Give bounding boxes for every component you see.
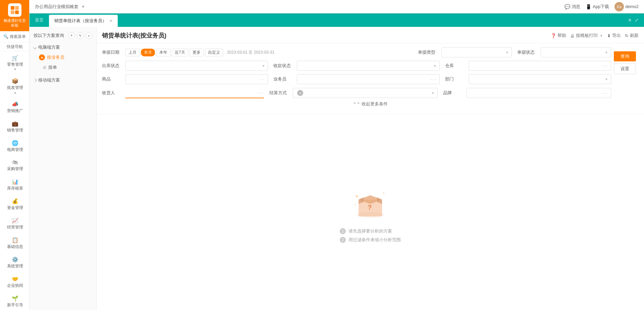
bill-status-select[interactable]: ▼: [541, 47, 611, 57]
warehouse-select[interactable]: ···: [469, 61, 611, 71]
refresh-btn[interactable]: ↻ 刷新: [625, 33, 639, 39]
date-btn-more[interactable]: 更多: [190, 49, 204, 56]
left-scheme-panel: 按以下方案查询 + ✎ « 电脑端方案 ●: [30, 27, 97, 310]
filter-row-4: 收货人 ··· 结算方式 × ▼ 品牌: [102, 88, 611, 98]
inventory-label: 库存核算: [7, 186, 23, 191]
payment-method-select[interactable]: × ▼: [293, 88, 437, 98]
date-buttons: 上月 本月 本年 近7天 更多 自定义: [125, 49, 224, 56]
sidebar-item-marketing[interactable]: 📣 营销推广: [0, 98, 29, 117]
empty-state-illustration: ?: [350, 181, 390, 221]
sidebar-item-ecommerce[interactable]: 🌐 电商管理: [0, 137, 29, 156]
search-menu-item[interactable]: 🔍 搜索菜单: [0, 31, 29, 43]
brand-dots: ···: [602, 90, 608, 96]
user-profile[interactable]: Ea demo2: [614, 2, 639, 11]
print-icon: 🖨: [570, 33, 575, 38]
product-dots: ···: [259, 76, 265, 82]
enterprise-label: 企业协同: [7, 283, 23, 289]
quick-nav-item[interactable]: 快捷导航: [0, 43, 29, 51]
sidebar-item-operations[interactable]: 📈 经营管理: [0, 214, 29, 234]
scheme-item-by-salesperson[interactable]: ● 按业务员: [30, 52, 96, 62]
sidebar-item-retail[interactable]: 🛒 零售管理 ▼: [0, 51, 29, 74]
product-select[interactable]: ···: [125, 74, 268, 84]
app-logo-text: 畅捷通好生意 标版: [3, 18, 26, 28]
brand-label: 品牌: [443, 90, 467, 96]
app-download-action[interactable]: 📱 App下载: [586, 4, 609, 10]
top-header: 办公用品行业模拟账套 ▼ 💬 消息 📱 App下载 Ea demo2: [30, 0, 644, 13]
tab-home[interactable]: 首页: [30, 13, 49, 27]
payment-status-select[interactable]: ▼: [297, 61, 439, 71]
app-logo[interactable]: 畅捷通好生意 标版: [0, 0, 29, 31]
sidebar-item-wholesale[interactable]: 📦 批发管理 ▲: [0, 74, 29, 98]
desktop-section-header[interactable]: 电脑端方案: [30, 42, 96, 52]
query-btn[interactable]: 查询: [614, 51, 636, 61]
payment-method-arrow-icon: ▼: [431, 91, 435, 95]
tab-home-label: 首页: [35, 17, 44, 23]
retail-label: 零售管理: [7, 62, 23, 67]
sidebar-item-system[interactable]: ⚙️ 系统管理: [0, 253, 29, 272]
out-status-select[interactable]: ▼: [125, 61, 268, 71]
recipient-label: 收货人: [102, 90, 125, 96]
message-action[interactable]: 💬 消息: [565, 4, 580, 10]
collapse-filters-btn[interactable]: ⌃⌃ 收起更多条件: [353, 101, 388, 107]
bill-status-arrow-icon: ▼: [605, 51, 608, 54]
filter-row-date: 单据日期 上月 本月 本年 近7天 更多 自定义 20: [102, 47, 611, 57]
export-btn[interactable]: ⬇ 导出: [607, 33, 621, 39]
print-btn[interactable]: 🖨 按模板打印 ▼: [570, 33, 603, 39]
sidebar-item-finance[interactable]: 💰 资金管理: [0, 195, 29, 214]
current-company-name[interactable]: 办公用品行业模拟账套: [35, 4, 78, 10]
bill-type-select[interactable]: ▼: [441, 47, 512, 57]
print-label: 按模板打印: [576, 33, 598, 39]
warehouse-label: 仓库: [445, 63, 469, 69]
payment-status-arrow-icon: ▼: [433, 64, 437, 68]
date-btn-this-year[interactable]: 本年: [156, 49, 170, 56]
date-btn-this-month[interactable]: 本月: [141, 49, 155, 56]
collapse-label: 收起更多条件: [362, 101, 388, 107]
tab-sales-stat[interactable]: 销货单统计表（按业务员） ✕: [49, 15, 118, 27]
recipient-input[interactable]: [125, 88, 258, 98]
recipient-dots: ···: [258, 90, 264, 95]
sidebar-item-basic-info[interactable]: 📋 基础信息: [0, 234, 29, 253]
wholesale-arrow: ▲: [13, 91, 17, 94]
edit-scheme-btn[interactable]: ✎: [77, 32, 84, 39]
sidebar-item-purchase[interactable]: 🛍 采购管理: [0, 156, 29, 175]
svg-rect-1: [15, 6, 19, 10]
salesperson-label: 业务员: [273, 76, 297, 82]
collapse-panel-btn[interactable]: «: [86, 32, 92, 39]
sidebar-item-inventory[interactable]: 📊 库存核算: [0, 175, 29, 195]
collapse-row: ⌃⌃ 收起更多条件: [102, 98, 639, 110]
payment-method-clear-btn[interactable]: ×: [297, 90, 303, 96]
page-title-row: 销货单统计表(按业务员) ❓ 帮助 🖨 按模板打印 ▼ ⬇ 导出: [97, 27, 644, 43]
add-scheme-btn[interactable]: +: [68, 32, 75, 39]
collapse-up-icon: ⌃⌃: [353, 102, 360, 107]
quick-nav-label: 快捷导航: [7, 44, 23, 50]
sidebar-item-newbie[interactable]: 🌱 新手引导: [0, 292, 29, 310]
main-area: 办公用品行业模拟账套 ▼ 💬 消息 📱 App下载 Ea demo2 首页: [30, 0, 644, 310]
tab-close-icon[interactable]: ✕: [109, 19, 112, 23]
date-btn-last-month[interactable]: 上月: [125, 49, 140, 56]
department-select[interactable]: ▼: [469, 74, 611, 84]
scheme-item-by-bill[interactable]: ⊞ 按单: [30, 62, 96, 72]
tab-close-window-icon[interactable]: ✕: [628, 17, 632, 23]
dropdown-arrow-icon[interactable]: ▼: [81, 4, 85, 9]
page-title-actions: ❓ 帮助 🖨 按模板打印 ▼ ⬇ 导出 ↻ 刷新: [551, 33, 639, 39]
desktop-scheme-section: 电脑端方案 ● 按业务员 ⊞ 按单: [30, 41, 96, 74]
tab-bar-actions: ✕ ⤢: [628, 17, 644, 23]
date-btn-7days[interactable]: 近7天: [172, 49, 188, 56]
filter-row-2: 出库状态 ▼ 收款状态 ▼ 仓库: [102, 61, 611, 71]
salesperson-select[interactable]: ···: [297, 74, 439, 84]
settings-btn[interactable]: 设置: [614, 63, 636, 74]
brand-select[interactable]: ···: [467, 88, 611, 98]
date-btn-custom[interactable]: 自定义: [205, 49, 223, 56]
scheme-panel-header: 按以下方案查询 + ✎ «: [30, 30, 96, 41]
desktop-section-chevron: [33, 45, 37, 49]
mobile-section-header[interactable]: 移动端方案: [30, 75, 96, 85]
tab-restore-icon[interactable]: ⤢: [635, 17, 639, 23]
sidebar-item-sales[interactable]: 💼 销售管理: [0, 117, 29, 137]
sidebar-item-enterprise[interactable]: 🤝 企业协同: [0, 272, 29, 292]
help-btn[interactable]: ❓ 帮助: [551, 33, 566, 39]
product-label: 商品: [102, 76, 125, 82]
print-dropdown-icon[interactable]: ▼: [600, 34, 603, 38]
newbie-label: 新手引导: [7, 302, 23, 308]
filter-area: 单据日期 上月 本月 本年 近7天 更多 自定义 20: [97, 43, 644, 114]
svg-rect-3: [15, 10, 19, 14]
